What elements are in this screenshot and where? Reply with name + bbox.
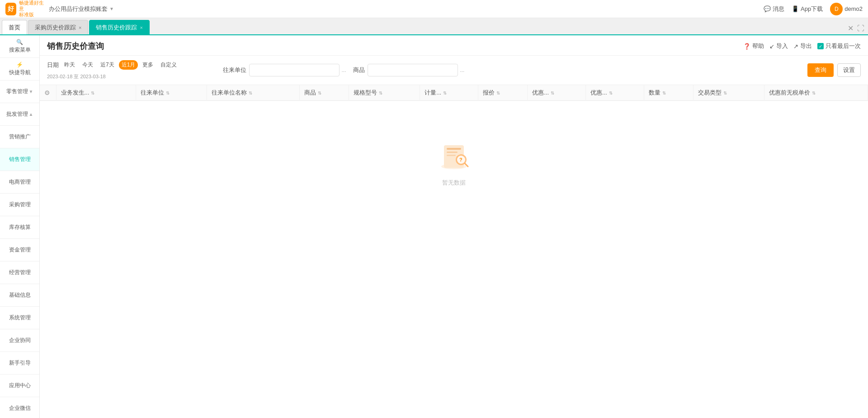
filter-bar: 日期 昨天 今天 近7天 近1月 更多 自定义 2023-02-18 至 202… xyxy=(40,56,868,85)
sort-icon-partner-code: ⇅ xyxy=(166,90,170,95)
sidebar-item-wx-enterprise[interactable]: 企业微信 xyxy=(0,397,39,418)
page-title: 销售历史价查询 xyxy=(47,41,104,52)
sidebar-item-retail[interactable]: 零售管理 ▼ xyxy=(0,81,39,103)
import-button[interactable]: ↙ 导入 xyxy=(769,42,788,50)
query-button[interactable]: 查询 xyxy=(807,63,834,77)
th-settings[interactable]: ⚙ xyxy=(40,85,56,101)
only-last-checkbox[interactable]: ✓ xyxy=(817,43,824,49)
sidebar-item-sales[interactable]: 销售管理 xyxy=(0,148,39,171)
product-input[interactable] xyxy=(368,64,458,76)
import-icon: ↙ xyxy=(769,43,774,50)
username: demo2 xyxy=(844,5,863,12)
header-right: 💬 消息 📱 App下载 D demo2 xyxy=(764,3,863,15)
sidebar-item-wholesale[interactable]: 批发管理 ▲ xyxy=(0,103,39,126)
export-button[interactable]: ↗ 导出 xyxy=(793,42,812,50)
sidebar-item-app-center[interactable]: 应用中心 xyxy=(0,375,39,397)
sales-tab-close-icon[interactable]: × xyxy=(140,25,142,30)
date-filter-group: 日期 昨天 今天 近7天 近1月 更多 自定义 2023-02-18 至 202… xyxy=(47,60,179,80)
svg-rect-2 xyxy=(447,148,461,150)
svg-rect-4 xyxy=(447,155,456,156)
date-buttons: 昨天 今天 近7天 近1月 更多 自定义 xyxy=(61,60,179,70)
date-btn-custom[interactable]: 自定义 xyxy=(158,60,179,70)
th-unit[interactable]: 计量... ⇅ xyxy=(420,85,478,101)
sidebar-item-purchase[interactable]: 采购管理 xyxy=(0,194,39,216)
date-btn-1month[interactable]: 近1月 xyxy=(119,60,138,70)
sort-icon-trade-type: ⇅ xyxy=(723,90,727,95)
retail-arrow-icon: ▼ xyxy=(29,89,33,94)
product-picker-icon[interactable]: ... xyxy=(460,67,464,73)
message-icon: 💬 xyxy=(764,5,771,12)
th-quantity[interactable]: 数量 ⇅ xyxy=(644,85,693,101)
empty-text: 暂无数据 xyxy=(442,179,466,187)
date-btn-today[interactable]: 今天 xyxy=(80,60,96,70)
close-tab-button[interactable]: ✕ xyxy=(848,24,854,33)
wholesale-arrow-icon: ▲ xyxy=(29,112,33,117)
quick-nav-icon: ⚡ xyxy=(16,62,23,68)
sidebar-item-enterprise[interactable]: 企业协同 xyxy=(0,329,39,352)
empty-state: ? 暂无数据 xyxy=(40,101,868,223)
sidebar-item-marketing[interactable]: 营销推广 xyxy=(0,126,39,148)
header-center: 办公用品行业模拟账套 ▼ xyxy=(45,5,764,13)
th-discount1[interactable]: 优惠... ⇅ xyxy=(528,85,586,101)
tab-home[interactable]: 首页 xyxy=(2,20,27,34)
date-btn-7days[interactable]: 近7天 xyxy=(98,60,117,70)
product-label: 商品 xyxy=(353,66,365,74)
purchase-tab-close-icon[interactable]: × xyxy=(79,25,81,30)
sidebar-item-search[interactable]: 🔍 搜索菜单 xyxy=(0,35,39,58)
sidebar-item-basic-info[interactable]: 基础信息 xyxy=(0,284,39,307)
content-area: 销售历史价查询 ❓ 帮助 ↙ 导入 ↗ 导出 ✓ 只看最后一次 xyxy=(40,35,868,418)
app-download-button[interactable]: 📱 App下载 xyxy=(792,5,823,13)
sidebar: 🔍 搜索菜单 ⚡ 快捷导航 零售管理 ▼ 批发管理 ▲ 营销推广 销售管理 电商… xyxy=(0,35,40,418)
sidebar-item-inventory[interactable]: 库存核算 xyxy=(0,216,39,239)
th-biz-date[interactable]: 业务发生... ⇅ xyxy=(56,85,136,101)
partner-input[interactable] xyxy=(249,64,340,76)
th-partner-code[interactable]: 往来单位 ⇅ xyxy=(136,85,207,101)
sort-icon-quote: ⇅ xyxy=(496,90,500,95)
search-icon: 🔍 xyxy=(16,39,23,45)
only-last-label: 只看最后一次 xyxy=(826,42,861,50)
sidebar-item-new-guide[interactable]: 新手引导 xyxy=(0,352,39,375)
th-discount2[interactable]: 优惠... ⇅ xyxy=(586,85,644,101)
maximize-button[interactable]: ⛶ xyxy=(857,24,864,33)
th-trade-type[interactable]: 交易类型 ⇅ xyxy=(693,85,764,101)
sort-icon-discount2: ⇅ xyxy=(609,90,613,95)
th-product[interactable]: 商品 ⇅ xyxy=(300,85,349,101)
date-btn-more[interactable]: 更多 xyxy=(140,60,156,70)
th-spec[interactable]: 规格型号 ⇅ xyxy=(349,85,420,101)
partner-picker-icon[interactable]: ... xyxy=(341,67,346,73)
sales-tab-label: 销售历史价跟踪 xyxy=(96,24,137,32)
sort-icon-quantity: ⇅ xyxy=(662,90,666,95)
table-settings-icon[interactable]: ⚙ xyxy=(44,89,50,96)
tab-sales[interactable]: 销售历史价跟踪 × xyxy=(89,20,149,34)
table-head: ⚙ 业务发生... ⇅ 往来单位 ⇅ xyxy=(40,85,868,101)
settings-button[interactable]: 设置 xyxy=(837,63,861,77)
page-header: 销售历史价查询 ❓ 帮助 ↙ 导入 ↗ 导出 ✓ 只看最后一次 xyxy=(40,35,868,56)
page-header-actions: ❓ 帮助 ↙ 导入 ↗ 导出 ✓ 只看最后一次 xyxy=(743,42,861,50)
data-table: ⚙ 业务发生... ⇅ 往来单位 ⇅ xyxy=(40,85,868,101)
help-icon: ❓ xyxy=(743,43,750,50)
sidebar-item-quick-nav[interactable]: ⚡ 快捷导航 xyxy=(0,58,39,81)
date-btn-yesterday[interactable]: 昨天 xyxy=(61,60,78,70)
sidebar-item-system[interactable]: 系统管理 xyxy=(0,307,39,329)
th-quote[interactable]: 报价 ⇅ xyxy=(478,85,528,101)
user-profile[interactable]: D demo2 xyxy=(830,3,863,15)
sort-icon-spec: ⇅ xyxy=(379,90,382,95)
sidebar-item-operations[interactable]: 经营管理 xyxy=(0,261,39,284)
tab-purchase[interactable]: 采购历史价跟踪 × xyxy=(28,20,88,34)
message-button[interactable]: 💬 消息 xyxy=(764,5,784,13)
export-icon: ↗ xyxy=(793,43,798,50)
sort-icon-partner-name: ⇅ xyxy=(249,90,252,95)
th-pretax-price[interactable]: 优惠前无税单价 ⇅ xyxy=(764,85,868,101)
filter-actions: 查询 设置 xyxy=(807,63,861,77)
sort-icon-pretax-price: ⇅ xyxy=(812,90,816,95)
sort-icon-unit: ⇅ xyxy=(443,90,447,95)
sidebar-item-ecommerce[interactable]: 电商管理 xyxy=(0,171,39,194)
th-partner-name[interactable]: 往来单位名称 ⇅ xyxy=(207,85,300,101)
svg-rect-3 xyxy=(447,152,458,153)
only-last-checkbox-group[interactable]: ✓ 只看最后一次 xyxy=(817,42,861,50)
sidebar-item-finance[interactable]: 资金管理 xyxy=(0,239,39,261)
product-filter-group: 商品 ... xyxy=(353,64,464,76)
partner-input-wrapper: ... xyxy=(249,64,346,76)
workspace-selector[interactable]: 办公用品行业模拟账套 ▼ xyxy=(49,5,114,13)
help-button[interactable]: ❓ 帮助 xyxy=(743,42,764,50)
